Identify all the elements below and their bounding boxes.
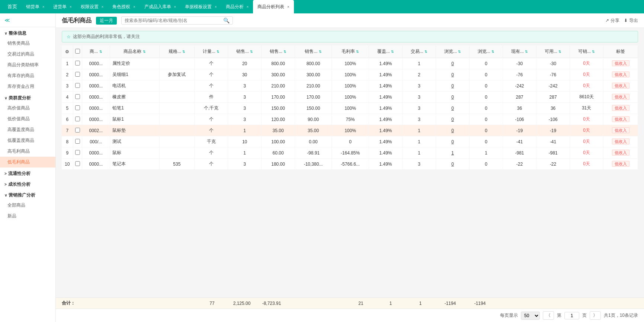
sidebar-item-sales-products[interactable]: 销售类商品 [0,38,55,49]
sidebar-item-high-coverage[interactable]: 高覆盖度商品 [0,124,55,135]
cell-name[interactable]: 属性定价 [110,58,159,69]
view1-link[interactable]: 0 [451,106,454,111]
view1-link[interactable]: 0 [451,128,454,133]
sidebar-item-category-rate[interactable]: 商品分类助销率 [0,60,55,70]
nav-product-entry-close[interactable]: × [174,5,176,9]
cell-checkbox[interactable] [73,80,82,92]
nav-product-analysis[interactable]: 商品分析 × [221,0,253,13]
col-code[interactable]: 商... ⇅ [82,45,110,58]
cell-checkbox[interactable] [73,125,82,136]
search-icon[interactable]: 🔍 [223,17,230,23]
sidebar-group-cluster[interactable]: ∨ 类群度分析 [0,92,55,103]
table-container[interactable]: ⚙ 商... ⇅ 商品名称 ⇅ 规格... ⇅ 计量... ⇅ 销售... ⇅ … [56,45,644,297]
nav-product-analysis-close[interactable]: × [246,5,249,9]
cell-view1[interactable]: 0 [436,159,470,170]
col-trade[interactable]: 交易... ⇅ [402,45,436,58]
sidebar-item-stock-capital[interactable]: 库存资金占用 [0,81,55,92]
col-spec[interactable]: 规格... ⇅ [159,45,194,58]
cell-checkbox[interactable] [73,136,82,147]
nav-roles-close[interactable]: × [133,5,135,9]
nav-sales[interactable]: 销货单 × [22,0,49,13]
cell-name[interactable]: 测试 [110,136,159,147]
col-available[interactable]: 可用... ⇅ [536,45,570,58]
time-filter-btn[interactable]: 近一月 [96,17,117,25]
nav-permissions[interactable]: 权限设置 × [76,0,108,13]
page-size-select[interactable]: 50 100 [521,312,540,320]
sidebar-group-growth[interactable]: > 成长性分析 [0,178,55,189]
sidebar-item-new-products[interactable]: 新品 [0,211,55,221]
cell-view1[interactable]: 0 [436,69,470,80]
view1-link[interactable]: 0 [451,162,454,167]
sidebar-item-traded-products[interactable]: 交易过的商品 [0,49,55,60]
col-sales-qty[interactable]: 销售... ⇅ [228,45,262,58]
view1-link[interactable]: 1 [451,150,454,156]
cell-name[interactable]: 橡皮擦 [110,92,159,103]
sidebar-item-all-products[interactable]: 全部商品 [0,200,55,211]
cell-view1[interactable]: 0 [436,114,470,125]
cell-name[interactable]: 鼠标 [110,147,159,159]
col-gross-margin[interactable]: 毛利率 ⇅ [331,45,369,58]
sidebar-group-liquidity[interactable]: > 流通性分析 [0,168,55,178]
nav-purchase[interactable]: 进货单 × [49,0,76,13]
view1-link[interactable]: 0 [451,95,454,100]
col-sales-price[interactable]: 销售... ⇅ [262,45,295,58]
cell-view1[interactable]: 1 [436,147,470,159]
nav-roles[interactable]: 角色授权 × [108,0,140,13]
cell-name[interactable]: 鼠标垫 [110,125,159,136]
nav-product-analysis-list-close[interactable]: × [287,5,289,9]
row-checkbox[interactable] [75,105,80,110]
cell-checkbox[interactable] [73,103,82,114]
view1-link[interactable]: 0 [451,83,454,89]
cell-checkbox[interactable] [73,58,82,69]
sidebar-item-high-margin[interactable]: 高毛利商品 [0,146,55,157]
cell-checkbox[interactable] [73,114,82,125]
row-checkbox[interactable] [75,117,80,121]
row-checkbox[interactable] [75,139,80,144]
col-coverage[interactable]: 覆盖... ⇅ [369,45,402,58]
sidebar-item-low-margin[interactable]: 低毛利商品 [0,157,55,168]
export-btn[interactable]: ⬇ 导出 [624,17,638,24]
row-checkbox[interactable] [75,94,80,99]
select-all-checkbox[interactable] [75,49,80,54]
cell-view1[interactable]: 0 [436,58,470,69]
row-checkbox[interactable] [75,72,80,77]
col-view2[interactable]: 浏览... ⇅ [470,45,503,58]
cell-view1[interactable]: 0 [436,136,470,147]
nav-template-close[interactable]: × [215,5,217,9]
cell-name[interactable]: 笔记本 [110,159,159,170]
cell-name[interactable]: 铅笔1 [110,103,159,114]
cell-name[interactable]: 鼠标1 [110,114,159,125]
cell-view1[interactable]: 0 [436,80,470,92]
sidebar-collapse-btn[interactable]: ≪ [3,16,12,25]
cell-checkbox[interactable] [73,159,82,170]
cell-checkbox[interactable] [73,69,82,80]
cell-name[interactable]: 吴细细1 [110,69,159,80]
col-sellable[interactable]: 可销... ⇅ [570,45,603,58]
col-sales-amount[interactable]: 销售... ⇅ [295,45,332,58]
prev-page-btn[interactable]: 〈 [543,311,554,320]
sidebar-item-low-value[interactable]: 低价值商品 [0,114,55,124]
row-checkbox[interactable] [75,128,80,133]
nav-home[interactable]: 首页 [3,0,22,13]
nav-permissions-close[interactable]: × [102,5,104,9]
next-page-btn[interactable]: 〉 [590,311,601,320]
view1-link[interactable]: 0 [451,139,454,144]
view1-link[interactable]: 0 [451,72,454,77]
sidebar-item-high-value[interactable]: 高价值商品 [0,103,55,114]
col-checkbox[interactable] [73,45,82,58]
sidebar-item-stocked-products[interactable]: 有库存的商品 [0,70,55,81]
view1-link[interactable]: 0 [451,117,454,122]
page-input[interactable] [564,312,579,319]
nav-product-entry[interactable]: 产成品入库单 × [140,0,180,13]
cell-checkbox[interactable] [73,92,82,103]
cell-view1[interactable]: 0 [436,92,470,103]
sidebar-item-low-coverage[interactable]: 低覆盖度商品 [0,135,55,146]
nav-sales-close[interactable]: × [42,5,45,9]
col-settings[interactable]: ⚙ [62,45,73,58]
col-current[interactable]: 现有... ⇅ [503,45,536,58]
cell-checkbox[interactable] [73,147,82,159]
cell-view1[interactable]: 0 [436,103,470,114]
sidebar-group-overall[interactable]: ∨ 整体信息 [0,27,55,38]
search-input[interactable] [125,18,223,23]
col-name[interactable]: 商品名称 ⇅ [110,45,159,58]
